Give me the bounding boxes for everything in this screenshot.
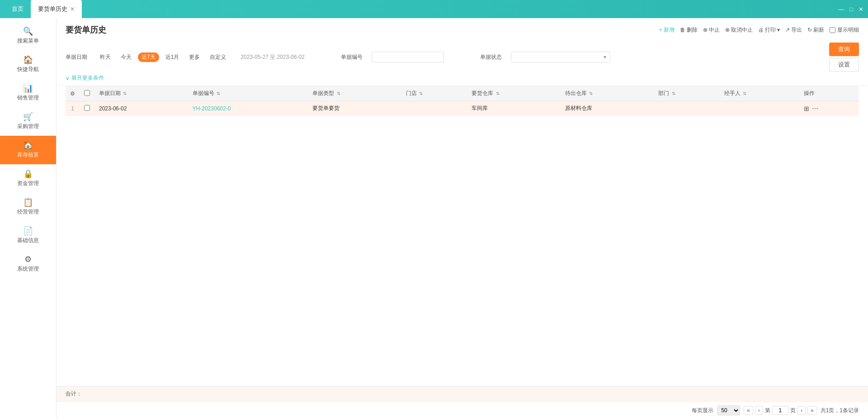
per-page-select[interactable]: 10 20 50 100	[717, 405, 740, 415]
row-checkbox[interactable]	[84, 105, 90, 111]
chart-icon: 📊	[23, 84, 33, 92]
page-label: 第	[765, 407, 770, 414]
suspend-button[interactable]: ⊗ 中止	[703, 26, 720, 34]
sidebar-item-operations[interactable]: 📋 经营管理	[0, 193, 56, 221]
row-number: 1	[66, 101, 80, 116]
sidebar-item-system[interactable]: ⚙ 系统管理	[0, 250, 56, 278]
delete-button[interactable]: 🗑 删除	[680, 26, 698, 34]
doc-no-input[interactable]	[372, 52, 444, 62]
sidebar-item-purchase[interactable]: 🛒 采购管理	[0, 107, 56, 136]
content-area: 要货单历史 + 新增 🗑 删除 ⊗ 中止 ⊗ 取消中止 🖨 打印	[57, 18, 868, 419]
sidebar-item-inventory[interactable]: 🏠 库存核算	[0, 136, 56, 164]
more-action-icon[interactable]: ⋯	[812, 105, 818, 112]
status-label: 单据状态	[480, 53, 502, 61]
next-page-btn[interactable]: ›	[797, 406, 806, 415]
sort-req-warehouse-icon: ⇅	[496, 91, 500, 96]
display-detail-checkbox[interactable]: 显示明细	[830, 26, 859, 34]
cell-actions: ⊞ ⋯	[799, 101, 859, 116]
select-all-checkbox[interactable]	[84, 90, 90, 96]
sidebar-item-search[interactable]: 🔍 搜索菜单	[0, 22, 56, 50]
date-opt-custom[interactable]: 自定义	[206, 52, 230, 62]
page-unit: 页	[790, 407, 796, 414]
sort-handler-icon: ⇅	[743, 91, 746, 96]
page-nav: « ‹ 第 页 › »	[744, 406, 816, 415]
sidebar: 🔍 搜索菜单 🏠 快捷导航 📊 销售管理 🛒 采购管理 🏠 库存核算 🔒 资金管…	[0, 18, 57, 419]
view-action-icon[interactable]: ⊞	[804, 105, 809, 112]
th-doc-type[interactable]: 单据类型 ⇅	[308, 86, 401, 101]
sidebar-item-shortcut[interactable]: 🏠 快捷导航	[0, 50, 56, 79]
document-icon: 📄	[23, 227, 33, 235]
sidebar-item-finance[interactable]: 🔒 资金管理	[0, 164, 56, 193]
cell-doc-date: 2023-06-02	[94, 101, 188, 116]
doc-no-link[interactable]: YH-20230602-0	[193, 105, 231, 112]
date-opt-today[interactable]: 今天	[117, 52, 135, 62]
close-btn[interactable]: ✕	[859, 6, 863, 13]
th-settings[interactable]: ⚙	[66, 86, 80, 101]
th-department[interactable]: 部门 ⇅	[654, 86, 720, 101]
per-page-label: 每页显示	[692, 407, 713, 414]
sort-doc-no-icon: ⇅	[217, 91, 220, 96]
gear-icon: ⚙	[24, 255, 32, 263]
th-doc-no[interactable]: 单据编号 ⇅	[188, 86, 308, 101]
page-input[interactable]	[772, 406, 788, 415]
cell-doc-no: YH-20230602-0	[188, 101, 308, 116]
cell-pending-warehouse: 原材料仓库	[561, 101, 654, 116]
cart-icon: 🛒	[23, 113, 33, 121]
last-page-btn[interactable]: »	[807, 406, 817, 415]
cell-department	[654, 101, 720, 116]
delete-icon: 🗑	[680, 27, 685, 33]
date-opt-1month[interactable]: 近1月	[162, 52, 183, 62]
th-checkbox	[80, 86, 94, 101]
total-label: 合计：	[66, 390, 82, 397]
status-select[interactable]: ▾	[511, 52, 610, 62]
tab-requisition-history[interactable]: 要货单历史 ✕	[31, 0, 82, 18]
setting-button[interactable]: 设置	[829, 58, 859, 71]
first-page-btn[interactable]: «	[744, 406, 753, 415]
date-opt-yesterday[interactable]: 昨天	[96, 52, 114, 62]
lock-icon: 🔒	[23, 170, 33, 178]
export-icon: ↗	[785, 27, 790, 33]
chevron-down-icon: ▾	[604, 54, 606, 60]
refresh-icon: ↻	[807, 27, 812, 33]
requisition-table: ⚙ 单据日期 ⇅ 单据编号 ⇅ 单据类型	[66, 86, 859, 116]
date-label: 单据日期	[66, 53, 87, 61]
suspend-icon: ⊗	[703, 27, 708, 33]
top-bar: 首页 要货单历史 ✕ — □ ✕	[0, 0, 868, 18]
close-tab-icon[interactable]: ✕	[70, 6, 75, 12]
sort-store-icon: ⇅	[419, 91, 423, 96]
expand-more-btn[interactable]: ∨ 展开更多条件	[66, 74, 859, 82]
th-handler[interactable]: 经手人 ⇅	[720, 86, 799, 101]
date-opt-more[interactable]: 更多	[185, 52, 203, 62]
add-button[interactable]: + 新增	[659, 26, 675, 34]
date-opt-7days[interactable]: 近7天	[138, 52, 159, 62]
sort-department-icon: ⇅	[672, 91, 675, 96]
maximize-btn[interactable]: □	[849, 6, 853, 13]
clipboard-icon: 📋	[23, 198, 33, 206]
page-title: 要货单历史	[66, 24, 106, 35]
minimize-btn[interactable]: —	[838, 6, 844, 13]
display-detail-check[interactable]	[830, 27, 835, 33]
th-doc-date[interactable]: 单据日期 ⇅	[94, 86, 188, 101]
total-info: 共1页，1条记录	[821, 407, 859, 414]
print-button[interactable]: 🖨 打印 ▾	[758, 26, 780, 34]
th-pending-warehouse[interactable]: 待出仓库 ⇅	[561, 86, 654, 101]
table-footer: 合计：	[57, 386, 868, 401]
prev-page-btn[interactable]: ‹	[755, 406, 763, 415]
chevron-down-icon: ∨	[66, 75, 70, 81]
export-button[interactable]: ↗ 导出	[785, 26, 802, 34]
cancel-suspend-button[interactable]: ⊗ 取消中止	[725, 26, 753, 34]
th-action: 操作	[799, 86, 859, 101]
cancel-suspend-icon: ⊗	[725, 27, 730, 33]
pagination: 每页显示 10 20 50 100 « ‹ 第 页 › » 共1页，1条记录	[57, 401, 868, 419]
sidebar-item-basic[interactable]: 📄 基础信息	[0, 221, 56, 250]
refresh-button[interactable]: ↻ 刷新	[807, 26, 824, 34]
inventory-icon: 🏠	[23, 141, 33, 149]
cell-store	[401, 101, 467, 116]
main-layout: 🔍 搜索菜单 🏠 快捷导航 📊 销售管理 🛒 采购管理 🏠 库存核算 🔒 资金管…	[0, 18, 868, 419]
sidebar-item-sales[interactable]: 📊 销售管理	[0, 79, 56, 107]
th-req-warehouse[interactable]: 要货仓库 ⇅	[467, 86, 560, 101]
tab-home[interactable]: 首页	[5, 0, 31, 18]
th-store[interactable]: 门店 ⇅	[401, 86, 467, 101]
query-button[interactable]: 查询	[829, 43, 859, 56]
print-icon: 🖨	[758, 27, 764, 33]
